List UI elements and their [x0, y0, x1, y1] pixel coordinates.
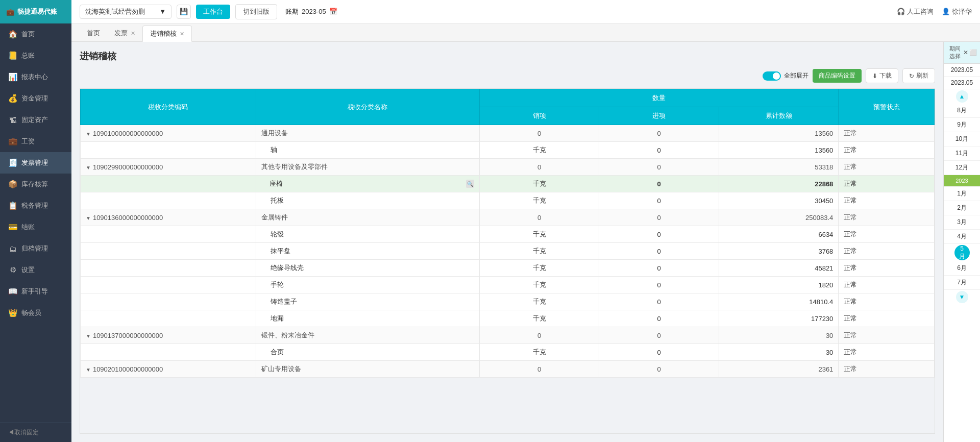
sidebar-item-member[interactable]: 👑 畅会员: [0, 302, 71, 324]
period-item-10[interactable]: 10月: [944, 132, 980, 146]
sidebar-item-assets[interactable]: 🏗 固定资产: [0, 109, 71, 131]
ledger-icon: 📒: [8, 51, 17, 60]
download-button[interactable]: ⬇ 下载: [866, 68, 898, 83]
sidebar-item-tax[interactable]: 📋 税务管理: [0, 195, 71, 216]
tab-reconcile-close[interactable]: ✕: [180, 31, 184, 37]
cell-warning: 正常: [839, 192, 935, 209]
switch-version-button[interactable]: 切到旧版: [235, 4, 277, 19]
sidebar-item-ledger[interactable]: 📒 总账: [0, 45, 71, 66]
period-item-7[interactable]: 7月: [944, 276, 980, 290]
user-profile[interactable]: 👤 徐泽华: [942, 7, 972, 16]
sidebar-item-archive[interactable]: 🗂 归档管理: [0, 238, 71, 259]
scroll-up-arrow[interactable]: ▲: [956, 90, 968, 103]
cell-warning: 正常: [839, 125, 935, 142]
period-item-3[interactable]: 3月: [944, 215, 980, 230]
sidebar-item-home[interactable]: 🏠 首页: [0, 23, 71, 45]
panel-arrows: ✕ ⬜: [963, 49, 977, 56]
refresh-button[interactable]: ↻ 刷新: [902, 68, 935, 83]
expand-icon[interactable]: ▼: [86, 131, 91, 137]
sidebar-item-invoice[interactable]: 🧾 发票管理: [0, 152, 71, 174]
tab-invoice[interactable]: 发票 ✕: [107, 25, 142, 41]
sidebar-collapse-btn[interactable]: ◀取消固定: [0, 423, 71, 442]
expand-switch[interactable]: [763, 71, 781, 81]
table-row: 座椅 🔍 千克 0 22868 正常: [81, 176, 935, 192]
workbench-button[interactable]: 工作台: [196, 5, 230, 19]
sidebar-item-label: 结账: [21, 223, 35, 232]
app-name: 畅捷通易代账: [17, 7, 57, 16]
period-item-9[interactable]: 9月: [944, 118, 980, 132]
sidebar-item-settings[interactable]: ⚙ 设置: [0, 259, 71, 281]
tab-invoice-close[interactable]: ✕: [131, 30, 135, 37]
save-button[interactable]: 💾: [177, 5, 191, 19]
calendar-icon[interactable]: 📅: [329, 8, 337, 15]
user-name: 徐泽华: [952, 7, 972, 16]
tab-home-label: 首页: [87, 29, 100, 38]
sidebar-item-guide[interactable]: 📖 新手引导: [0, 281, 71, 302]
period-item-11[interactable]: 11月: [944, 146, 980, 161]
table-row: ▼1090137000000000000 锻件、粉末冶金件 0 0 30 正常: [81, 327, 935, 344]
period-item-2023-05-a[interactable]: 2023.05: [944, 64, 980, 77]
expand-all-toggle[interactable]: 全部展开: [763, 71, 808, 81]
cell-warning: 正常: [839, 293, 935, 310]
sidebar-item-reports[interactable]: 📊 报表中心: [0, 66, 71, 88]
expand-icon[interactable]: ▼: [86, 215, 91, 221]
period-item-1[interactable]: 1月: [944, 187, 980, 201]
cell-sales: 0: [599, 243, 719, 260]
cell-unit: 千克: [479, 293, 599, 310]
period-item-2023-05-b[interactable]: 2023.05: [944, 77, 980, 89]
cell-cumulative: 30: [719, 327, 839, 344]
period-prefix: 账期: [285, 7, 299, 16]
period-item-6[interactable]: 6月: [944, 261, 980, 276]
table-row: 地漏 千克 0 177230 正常: [81, 310, 935, 327]
expand-icon[interactable]: ▼: [86, 165, 91, 170]
product-code-button[interactable]: 商品编码设置: [813, 69, 862, 83]
cell-code: ▼1090201000000000000: [81, 361, 256, 378]
sidebar-item-inventory[interactable]: 📦 库存核算: [0, 174, 71, 195]
sidebar-item-payroll[interactable]: 💼 工资: [0, 131, 71, 152]
cell-purchase: 0: [599, 361, 719, 378]
scroll-down-arrow[interactable]: ▼: [956, 291, 968, 303]
expand-panel-icon[interactable]: ⬜: [969, 49, 977, 56]
table-row: ▼1090299000000000000 其他专用设备及零部件 0 0 5331…: [81, 159, 935, 176]
col-warning: 预警状态: [839, 89, 935, 125]
cell-name: 托板: [256, 192, 479, 209]
cell-cumulative: 177230: [719, 310, 839, 327]
page-title: 进销稽核: [80, 50, 935, 62]
cell-sales: 0: [479, 361, 599, 378]
col-quantity-group: 数量: [479, 89, 839, 107]
period-item-4[interactable]: 4月: [944, 230, 980, 244]
period-scroll[interactable]: 2023.05 2023.05 ▲ 8月 9月 10月 11月 12月 2023…: [944, 64, 980, 442]
cell-cumulative: 3768: [719, 243, 839, 260]
period-item-8[interactable]: 8月: [944, 104, 980, 118]
cell-name: 轮毂: [256, 226, 479, 243]
company-selector[interactable]: 沈海英测试经营勿删 ▼: [80, 5, 172, 19]
period-panel-header: 期间选择 ✕ ⬜: [944, 42, 980, 64]
search-icon[interactable]: 🔍: [466, 180, 474, 188]
logo-icon: 💼: [6, 8, 14, 16]
period-item-5-active[interactable]: 5月: [954, 245, 970, 260]
cell-code: [81, 277, 256, 293]
cell-cumulative: 45821: [719, 260, 839, 277]
cell-name: 金属铸件: [256, 209, 479, 226]
period-item-2[interactable]: 2月: [944, 201, 980, 215]
archive-icon: 🗂: [8, 244, 17, 253]
expand-icon[interactable]: ▼: [86, 367, 91, 373]
cell-name: 轴: [256, 142, 479, 159]
cell-unit: 千克: [479, 176, 599, 192]
expand-icon[interactable]: ▼: [86, 333, 91, 339]
sidebar-item-funds[interactable]: 💰 资金管理: [0, 88, 71, 109]
cell-name: 手轮: [256, 277, 479, 293]
period-item-12[interactable]: 12月: [944, 161, 980, 175]
app-logo: 💼 畅捷通易代账: [0, 0, 71, 23]
refresh-icon: ↻: [909, 72, 914, 80]
sidebar-item-settlement[interactable]: 💳 结账: [0, 216, 71, 238]
period-year-2023[interactable]: 2023: [944, 175, 980, 187]
tab-invoice-label: 发票: [114, 29, 128, 38]
tab-home[interactable]: 首页: [80, 25, 107, 41]
cell-name: 合页: [256, 344, 479, 361]
close-panel-icon[interactable]: ✕: [963, 49, 968, 56]
tab-reconcile[interactable]: 进销稽核 ✕: [142, 26, 192, 42]
sidebar-item-label: 库存核算: [21, 180, 48, 189]
cell-cumulative: 14810.4: [719, 293, 839, 310]
support-button[interactable]: 🎧 人工咨询: [897, 7, 934, 16]
